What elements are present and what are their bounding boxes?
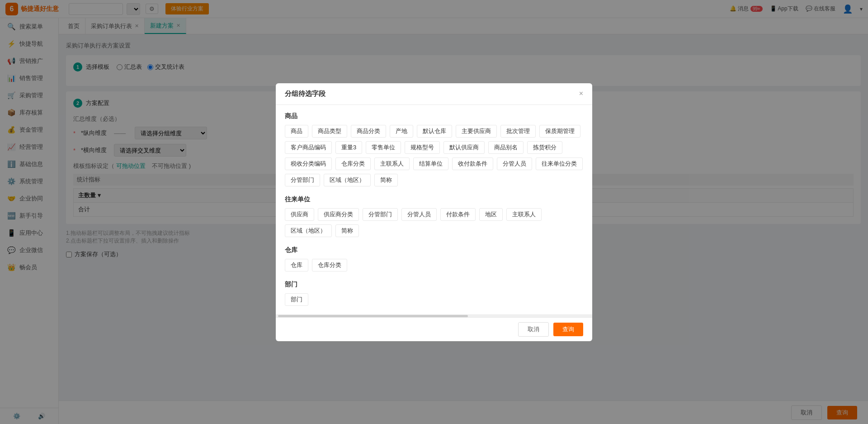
field-tag[interactable]: 零售单位	[366, 141, 401, 154]
field-tag[interactable]: 分管部门	[363, 208, 398, 221]
field-section-goods: 商品 商品 商品类型 商品分类 产地 默认仓库 主要供应商 批次管理 保质期管理…	[285, 112, 583, 186]
modal-cancel-button[interactable]: 取消	[518, 322, 549, 337]
field-tag[interactable]: 收付款条件	[452, 157, 493, 170]
field-tag[interactable]: 规格型号	[405, 141, 440, 154]
field-tag[interactable]: 结算单位	[413, 157, 448, 170]
field-tag[interactable]: 仓库	[285, 259, 308, 272]
field-tags-partner: 供应商 供应商分类 分管部门 分管人员 付款条件 地区 主联系人 区域（地区） …	[285, 208, 583, 237]
field-tag[interactable]: 重量3	[335, 141, 362, 154]
field-tag[interactable]: 保质期管理	[539, 125, 580, 138]
horizontal-scrollbar-thumb	[278, 315, 468, 317]
modal: 分组待选字段 × 商品 商品 商品类型 商品分类 产地 默认仓库 主要供应商 批…	[276, 83, 592, 341]
field-tag[interactable]: 主联系人	[374, 157, 410, 170]
field-tag[interactable]: 商品类型	[312, 125, 347, 138]
field-tag[interactable]: 分管人员	[401, 208, 437, 221]
field-section-partner: 往来单位 供应商 供应商分类 分管部门 分管人员 付款条件 地区 主联系人 区域…	[285, 195, 583, 237]
field-section-dept: 部门 部门	[285, 281, 583, 306]
field-tag[interactable]: 批次管理	[500, 125, 536, 138]
field-tag[interactable]: 拣货积分	[527, 141, 562, 154]
field-tag[interactable]: 商品别名	[488, 141, 524, 154]
modal-title: 分组待选字段	[285, 90, 326, 98]
section-title-goods: 商品	[285, 112, 583, 120]
field-tag[interactable]: 仓库分类	[335, 157, 371, 170]
field-tag[interactable]: 仓库分类	[312, 259, 347, 272]
field-tag[interactable]: 客户商品编码	[285, 141, 332, 154]
field-tag[interactable]: 区域（地区）	[324, 174, 371, 186]
field-tag[interactable]: 分管人员	[497, 157, 532, 170]
field-tag[interactable]: 商品分类	[351, 125, 386, 138]
field-tag[interactable]: 往来单位分类	[536, 157, 583, 170]
field-tag[interactable]: 供应商分类	[318, 208, 359, 221]
field-tag[interactable]: 主要供应商	[456, 125, 497, 138]
section-title-dept: 部门	[285, 281, 583, 289]
field-tag[interactable]: 默认仓库	[417, 125, 452, 138]
field-section-warehouse: 仓库 仓库 仓库分类	[285, 246, 583, 272]
field-tag[interactable]: 供应商	[285, 208, 314, 221]
field-tag[interactable]: 简称	[335, 224, 359, 237]
field-tags-dept: 部门	[285, 293, 583, 306]
modal-header: 分组待选字段 ×	[276, 83, 592, 105]
section-title-partner: 往来单位	[285, 195, 583, 204]
field-tag[interactable]: 默认供应商	[443, 141, 485, 154]
field-tag[interactable]: 部门	[285, 293, 308, 306]
field-tag[interactable]: 商品	[285, 125, 308, 138]
field-tag[interactable]: 付款条件	[440, 208, 476, 221]
field-tags-goods: 商品 商品类型 商品分类 产地 默认仓库 主要供应商 批次管理 保质期管理 客户…	[285, 125, 583, 186]
field-tags-warehouse: 仓库 仓库分类	[285, 259, 583, 272]
modal-body[interactable]: 商品 商品 商品类型 商品分类 产地 默认仓库 主要供应商 批次管理 保质期管理…	[276, 105, 592, 314]
field-tag[interactable]: 区域（地区）	[285, 224, 332, 237]
horizontal-scrollbar[interactable]	[276, 314, 592, 317]
modal-footer: 取消 查询	[276, 317, 592, 341]
field-tag[interactable]: 地区	[479, 208, 503, 221]
field-tag[interactable]: 主联系人	[506, 208, 542, 221]
modal-close-button[interactable]: ×	[579, 90, 583, 98]
field-tag[interactable]: 分管部门	[285, 174, 320, 186]
modal-confirm-button[interactable]: 查询	[553, 323, 583, 336]
section-title-warehouse: 仓库	[285, 246, 583, 254]
modal-overlay: 分组待选字段 × 商品 商品 商品类型 商品分类 产地 默认仓库 主要供应商 批…	[0, 0, 868, 424]
field-tag[interactable]: 税收分类编码	[285, 157, 332, 170]
field-tag[interactable]: 产地	[390, 125, 413, 138]
field-tag[interactable]: 简称	[374, 174, 398, 186]
